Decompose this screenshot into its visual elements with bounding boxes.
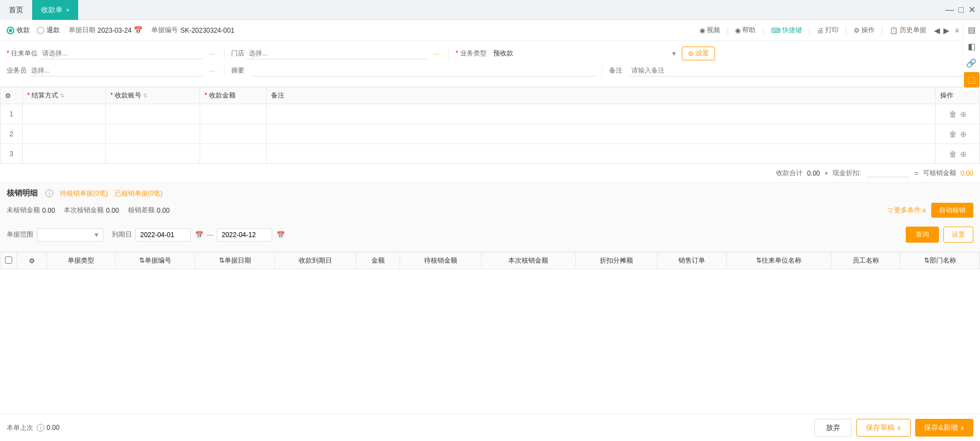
print-icon: 🖨 xyxy=(817,27,824,34)
salesman-input[interactable] xyxy=(29,65,202,76)
tab-home[interactable]: 首页 xyxy=(0,0,32,20)
abstract-field: 摘要 xyxy=(231,65,595,76)
copy-icon-2[interactable]: ⊕ xyxy=(960,130,967,139)
row-amount-1[interactable] xyxy=(200,104,267,124)
delete-icon-2[interactable]: 🗑 xyxy=(949,130,957,139)
verify-info-icon[interactable]: i xyxy=(45,189,53,197)
delete-icon-3[interactable]: 🗑 xyxy=(949,150,957,158)
row-settle-3[interactable] xyxy=(23,144,106,164)
auto-clear-btn[interactable]: 自动核销 xyxy=(931,203,973,218)
row-action-3: 🗑 ⊕ xyxy=(936,144,980,164)
next-icon[interactable]: ▶ xyxy=(942,25,951,36)
cal-end-icon[interactable]: 📅 xyxy=(277,231,285,239)
row-settle-2[interactable] xyxy=(23,124,106,144)
due-start-input[interactable] xyxy=(135,228,191,242)
done-tab[interactable]: 已核销单据(0笔) xyxy=(115,189,163,198)
discount-label: 现金折扣: xyxy=(833,168,861,178)
th-gear-result[interactable]: ⚙ xyxy=(17,253,47,269)
th-gear[interactable]: ⚙ xyxy=(1,88,23,104)
sidebar-icon-expand[interactable]: ⬚ xyxy=(964,72,979,88)
th-remark: 备注 xyxy=(267,88,936,104)
unverified-stat: 未核销金额 0.00 xyxy=(7,206,55,215)
due-label: 到期日 xyxy=(112,230,132,239)
counterpart-input[interactable] xyxy=(40,48,202,59)
counterpart-more-btn[interactable]: ··· xyxy=(207,49,217,58)
table-row: 3 🗑 ⊕ xyxy=(1,144,980,164)
settings-button[interactable]: ⚙ 设置 xyxy=(682,47,715,60)
th-dept: ⇅部门名称 xyxy=(900,253,980,269)
close-icon[interactable]: ✕ xyxy=(968,4,976,15)
due-end-input[interactable] xyxy=(217,228,272,242)
list-view-icon[interactable]: ≡ xyxy=(955,27,959,34)
equals-sign: = xyxy=(915,170,918,177)
copy-icon-1[interactable]: ⊕ xyxy=(960,110,967,119)
shortcut-btn[interactable]: ⌨ 快捷键 xyxy=(769,24,804,36)
range-select-wrap: ▼ xyxy=(37,228,103,242)
video-btn[interactable]: ◉ 视频 xyxy=(697,24,722,36)
business-type-label: * 业务类型 xyxy=(456,49,487,58)
row-action-1: 🗑 ⊕ xyxy=(936,104,980,124)
row-account-2[interactable] xyxy=(106,124,200,144)
more-conditions-btn[interactable]: ▽ 更多条件 ∧ xyxy=(888,206,927,215)
th-checkbox[interactable] xyxy=(1,253,17,269)
total-value: 0.00 xyxy=(807,170,820,177)
store-more-btn[interactable]: ··· xyxy=(431,49,442,58)
operation-btn[interactable]: ⚙ 操作 xyxy=(851,24,877,36)
discount-input[interactable] xyxy=(866,169,910,177)
operation-icon: ⚙ xyxy=(854,27,860,34)
sidebar-icon-table[interactable]: ▤ xyxy=(964,22,979,38)
refund-radio[interactable]: 退款 xyxy=(37,25,60,35)
row-remark-2[interactable] xyxy=(267,124,936,144)
row-remark-3[interactable] xyxy=(267,144,936,164)
sidebar-icon-link[interactable]: 🔗 xyxy=(964,55,979,71)
query-btn[interactable]: 查询 xyxy=(906,227,939,243)
business-type-arrow[interactable]: ▼ xyxy=(671,50,677,58)
date-value: 2023-03-24 xyxy=(98,27,131,34)
th-sales-order: 销售订单 xyxy=(657,253,726,269)
th-doc-number: ⇅单据编号 xyxy=(115,253,195,269)
store-input[interactable] xyxy=(247,48,427,59)
note-input[interactable] xyxy=(629,65,973,76)
receipt-table: ⚙ * 结算方式 ⇅ * 收款账号 ⇅ * 收款金额 xyxy=(0,87,980,164)
calendar-icon[interactable]: 📅 xyxy=(134,26,142,34)
abandon-btn[interactable]: 放弃 xyxy=(814,419,852,437)
select-all-checkbox[interactable] xyxy=(5,257,12,264)
date-label: 单据日期 xyxy=(69,25,95,35)
sort-settle-icon[interactable]: ⇅ xyxy=(60,93,64,99)
prev-icon[interactable]: ◀ xyxy=(933,25,941,36)
history-icon: 📋 xyxy=(890,27,898,34)
minimize-icon[interactable]: — xyxy=(945,5,954,15)
save-new-btn[interactable]: 保存&新增 ∧ xyxy=(915,419,973,437)
result-table: ⚙ 单据类型 ⇅单据编号 ⇅单据日期 收款到期日 金额 待核销金额 本次核销金额… xyxy=(0,252,980,269)
tab-receipt[interactable]: 收款单 × xyxy=(32,0,78,20)
row-account-1[interactable] xyxy=(106,104,200,124)
business-type-value: 预收款 xyxy=(493,49,668,58)
cal-start-icon[interactable]: 📅 xyxy=(195,231,203,239)
copy-icon-3[interactable]: ⊕ xyxy=(960,150,967,158)
receipt-radio[interactable]: 收款 xyxy=(7,25,30,35)
tab-close-icon[interactable]: × xyxy=(66,7,69,13)
th-current-amount: 本次核销金额 xyxy=(481,253,575,269)
row-account-3[interactable] xyxy=(106,144,200,164)
maximize-icon[interactable]: □ xyxy=(958,5,964,15)
row-remark-1[interactable] xyxy=(267,104,936,124)
sort-account-icon[interactable]: ⇅ xyxy=(143,93,147,99)
bottom-label: 本单上次 xyxy=(7,423,33,433)
save-draft-btn[interactable]: 保存草稿 ∧ xyxy=(856,419,911,437)
delete-icon-1[interactable]: 🗑 xyxy=(949,110,957,119)
help-btn[interactable]: ◉ 帮助 xyxy=(733,24,758,36)
range-select[interactable] xyxy=(37,228,103,242)
history-btn[interactable]: 📋 历史单据 xyxy=(887,24,928,36)
row-amount-2[interactable] xyxy=(200,124,267,144)
salesman-more-btn[interactable]: ··· xyxy=(207,66,217,75)
row-settle-1[interactable] xyxy=(23,104,106,124)
sidebar-icon-panel[interactable]: ◧ xyxy=(964,39,979,54)
bottom-info-icon[interactable]: i xyxy=(37,424,44,432)
print-btn[interactable]: 🖨 打印 xyxy=(815,24,841,36)
table-row: 1 🗑 ⊕ xyxy=(1,104,980,124)
abstract-input[interactable] xyxy=(251,65,595,76)
pending-tab[interactable]: 待核销单据(0笔) xyxy=(60,189,108,198)
table-settings-btn[interactable]: 设置 xyxy=(943,227,973,243)
store-field: 门店 ··· xyxy=(231,48,442,59)
row-amount-3[interactable] xyxy=(200,144,267,164)
